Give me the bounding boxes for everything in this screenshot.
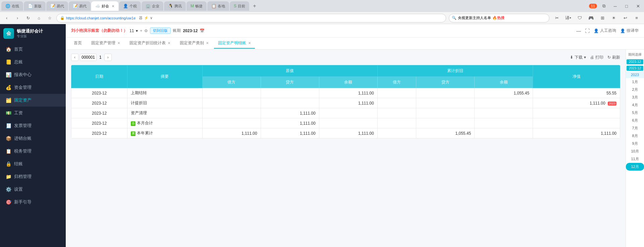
shield-button[interactable]: 🛡 xyxy=(575,13,584,23)
sidebar-item-tax[interactable]: 📋 税务管理 xyxy=(0,145,66,158)
browser-tab-online[interactable]: 🌐 在线 xyxy=(1,1,23,11)
browser-tab-geshui[interactable]: 👤 个税 xyxy=(119,1,141,11)
search-bar[interactable]: 🔍 央视更新主持人名单 🔥热搜 xyxy=(449,14,549,22)
browser-tab-tencent[interactable]: 🐧 腾讯 xyxy=(164,1,186,11)
cell-accum-balance xyxy=(475,108,533,118)
cell-orig-balance: 1,111.00 xyxy=(319,98,377,108)
back-button[interactable]: ‹ xyxy=(3,14,11,22)
sidebar-item-ledger[interactable]: 📒 总账 xyxy=(0,56,66,68)
period-month-3[interactable]: 3月 xyxy=(626,94,644,101)
reload-button[interactable]: ↻ xyxy=(24,14,32,22)
main-content: 刘小艳演示账套（勿删勿动！） 11 ▾ + ⚙ 切到旧版 账期 2023-12 … xyxy=(66,24,644,247)
grid-button[interactable]: ⊞ xyxy=(598,13,607,23)
cell-orig-debit xyxy=(202,98,261,108)
calendar-icon[interactable]: 📅 xyxy=(200,28,205,33)
switch-version-button[interactable]: 切到旧版 xyxy=(150,27,171,34)
forward-button[interactable]: › xyxy=(13,14,21,22)
browser-tab-yidai2[interactable]: 📝 易代 xyxy=(69,1,91,11)
period-month-4[interactable]: 4月 xyxy=(626,101,644,109)
next-page-button[interactable]: › xyxy=(104,54,112,61)
refresh-button[interactable]: ↻ 刷新 xyxy=(607,55,620,60)
cell-orig-debit xyxy=(202,88,261,98)
sidebar-item-closing[interactable]: 🔒 结账 xyxy=(0,158,66,170)
browser-tab-yidai1[interactable]: 📝 易代 xyxy=(46,1,68,11)
period-year-2023[interactable]: 2023 xyxy=(626,71,644,78)
minimize-window-button[interactable]: ─ xyxy=(610,1,620,11)
tab-fixed-detail-close[interactable]: ✕ xyxy=(248,41,251,45)
period-month-7[interactable]: 7月 xyxy=(626,124,644,132)
settings-btn[interactable]: ⚙ xyxy=(144,28,148,33)
period-month-2[interactable]: 2月 xyxy=(626,86,644,94)
period-month-1[interactable]: 1月 xyxy=(626,78,644,86)
sidebar-item-fixed[interactable]: 🗂️ 固定资产 xyxy=(0,94,66,107)
sidebar-item-funds[interactable]: 💰 资金管理 xyxy=(0,81,66,94)
cell-orig-debit: 1,111.00 xyxy=(202,128,261,138)
download-button[interactable]: ⬇ 下载 ▾ xyxy=(570,55,586,60)
tab-close-icon[interactable]: ✕ xyxy=(112,4,114,8)
tab-fixed-detail[interactable]: 固定资产明细账 ✕ xyxy=(214,38,255,49)
period-month-11[interactable]: 11月 xyxy=(626,155,644,163)
col-net-value: 净值 xyxy=(533,65,620,88)
cell-accum-credit xyxy=(416,98,475,108)
col-accumulated-depreciation: 累计折旧 xyxy=(377,65,533,77)
cell-summary: 上期结转 xyxy=(127,88,203,98)
period-month-12[interactable]: 12月 xyxy=(626,163,644,171)
undo-button[interactable]: ↩ xyxy=(621,13,630,23)
restore-window-button[interactable]: ⧉ xyxy=(599,1,608,11)
sidebar-item-inventory[interactable]: 📦 进销台账 xyxy=(0,132,66,145)
translate-button[interactable]: 译• xyxy=(564,13,573,23)
cell-summary: 计提折旧 xyxy=(127,98,203,108)
support-button[interactable]: 👤 人工咨询 xyxy=(594,28,616,34)
tab-depreciation-stats[interactable]: 固定资产折旧统计表 ✕ xyxy=(125,38,174,49)
tab-fixed-category[interactable]: 固定资产类别 ✕ xyxy=(176,38,213,49)
browser-tab-changjie[interactable]: M 畅捷 xyxy=(186,1,207,11)
sidebar-item-reports[interactable]: 📊 报表中心 xyxy=(0,68,66,81)
col-orig-debit: 借方 xyxy=(202,77,261,88)
sidebar-item-archive[interactable]: 📁 归档管理 xyxy=(0,170,66,183)
sidebar-item-guide[interactable]: 🎯 新手引导 xyxy=(0,196,66,208)
period-month-6[interactable]: 6月 xyxy=(626,117,644,124)
page-code-input[interactable] xyxy=(80,54,97,61)
sidebar-item-settings[interactable]: ⚙️ 设置 xyxy=(0,183,66,196)
home-nav-button[interactable]: ⌂ xyxy=(35,14,43,22)
add-account-button[interactable]: + xyxy=(140,28,142,33)
brightness-button[interactable]: ☀ xyxy=(609,13,619,23)
close-window-button[interactable]: ✕ xyxy=(633,1,643,11)
maximize-window-button[interactable]: □ xyxy=(622,1,631,11)
minimize-panel-button[interactable]: — xyxy=(576,28,581,34)
period-month-9[interactable]: 9月 xyxy=(626,140,644,147)
toolbar-right: ⬇ 下载 ▾ 🖨 打印 ↻ 刷新 xyxy=(570,55,620,60)
inventory-icon: 📦 xyxy=(5,135,11,141)
period-month-5[interactable]: 5月 xyxy=(626,109,644,117)
browser-tab-qiye[interactable]: 🏢 企业 xyxy=(142,1,163,11)
tab-fixed-mgmt[interactable]: 固定资产管理 ✕ xyxy=(87,38,124,49)
prev-page-button[interactable]: ‹ xyxy=(71,54,78,61)
browser-tab-s[interactable]: S 目前 xyxy=(230,1,249,11)
tab-depreciation-stats-close[interactable]: ✕ xyxy=(168,41,170,45)
print-button[interactable]: 🖨 打印 xyxy=(590,55,603,60)
browser-tab-gedi[interactable]: 📋 各地 xyxy=(207,1,229,11)
print-label: 打印 xyxy=(595,55,603,60)
sidebar-item-invoice[interactable]: 🧾 发票管理 xyxy=(0,119,66,132)
tab-home[interactable]: 首页 xyxy=(70,38,86,49)
game-button[interactable]: 🎮 xyxy=(586,13,596,23)
expand-panel-button[interactable]: ⛶ xyxy=(585,28,590,34)
tab-fixed-category-close[interactable]: ✕ xyxy=(206,41,209,45)
period-month-8[interactable]: 8月 xyxy=(626,132,644,140)
sidebar-item-salary[interactable]: 💵 工资 xyxy=(0,107,66,119)
new-tab-button[interactable]: + xyxy=(250,1,259,11)
browser-tab-new[interactable]: 📄 新版 xyxy=(24,1,46,11)
cell-orig-credit xyxy=(261,88,319,98)
menu-button[interactable]: ≡ xyxy=(632,13,641,23)
tab-fixed-mgmt-close[interactable]: ✕ xyxy=(117,41,120,45)
period-month-10[interactable]: 10月 xyxy=(626,147,644,155)
scissors-button[interactable]: ✂ xyxy=(552,13,561,23)
browser-tab-haohui[interactable]: ☁️ 好会 ✕ xyxy=(91,1,118,11)
sidebar-item-home[interactable]: 🏠 首页 xyxy=(0,43,66,56)
user-profile[interactable]: 👤 徐译华 xyxy=(620,28,639,34)
sidebar-guide-label: 新手引导 xyxy=(14,199,32,205)
bookmark-button[interactable]: ☆ xyxy=(46,14,54,22)
address-bar[interactable]: 🔒 https://cloud.chanjet.com/accounting/u… xyxy=(56,14,446,22)
expand-icon[interactable]: ▾ xyxy=(136,28,138,33)
tab-fixed-category-label: 固定资产类别 xyxy=(180,40,204,46)
